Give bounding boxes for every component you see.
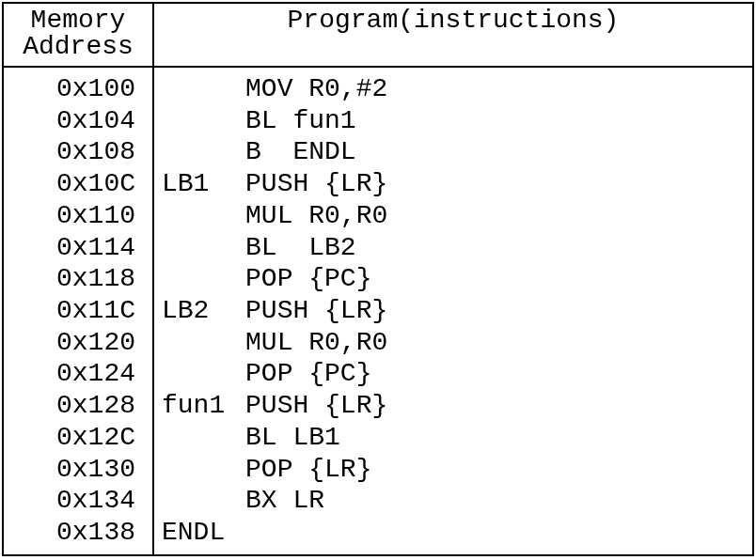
address-cell: 0x100: [4, 73, 135, 105]
address-cell: 0x134: [4, 486, 135, 518]
address-cell: 0x11C: [4, 295, 135, 327]
asm-instruction: PUSH {LR}: [245, 171, 387, 197]
asm-instruction: MOV R0,#2: [245, 76, 387, 102]
program-cell: BX LR: [162, 486, 752, 518]
asm-instruction: POP {LR}: [245, 457, 371, 483]
program-cell: BL fun1: [162, 105, 752, 137]
header-program-label: Program(instructions): [288, 8, 620, 34]
asm-instruction: BL LB2: [245, 235, 356, 261]
program-cell: MUL R0,R0: [162, 327, 752, 359]
program-cell: B ENDL: [162, 136, 752, 168]
address-cell: 0x104: [4, 105, 135, 137]
asm-label: LB2: [162, 298, 245, 324]
address-cell: 0x12C: [4, 422, 135, 454]
asm-instruction: B ENDL: [245, 139, 356, 165]
asm-instruction: POP {PC}: [245, 266, 371, 292]
asm-label: fun1: [162, 393, 245, 419]
program-cell: LB2PUSH {LR}: [162, 295, 752, 327]
program-cell: BL LB1: [162, 422, 752, 454]
program-cell: BL LB2: [162, 232, 752, 264]
program-cell: MUL R0,R0: [162, 200, 752, 232]
asm-instruction: MUL R0,R0: [245, 203, 387, 229]
header-memory-line2: Address: [23, 34, 134, 60]
address-cell: 0x110: [4, 200, 135, 232]
address-cell: 0x120: [4, 327, 135, 359]
program-cell: LB1PUSH {LR}: [162, 168, 752, 200]
address-cell: 0x128: [4, 390, 135, 422]
address-cell: 0x130: [4, 454, 135, 486]
header-memory-line1: Memory: [31, 8, 126, 34]
program-cell: ENDL: [162, 517, 752, 549]
address-cell: 0x124: [4, 359, 135, 391]
program-cell: fun1PUSH {LR}: [162, 390, 752, 422]
program-cell: POP {PC}: [162, 263, 752, 295]
asm-instruction: PUSH {LR}: [245, 298, 387, 324]
program-cell: POP {LR}: [162, 454, 752, 486]
asm-label: LB1: [162, 171, 245, 197]
address-cell: 0x118: [4, 263, 135, 295]
asm-instruction: POP {PC}: [245, 361, 371, 387]
address-cell: 0x138: [4, 517, 135, 549]
program-cell: POP {PC}: [162, 359, 752, 391]
asm-instruction: BL LB1: [245, 425, 340, 451]
memory-address-column: 0x1000x1040x1080x10C0x1100x1140x1180x11C…: [4, 68, 154, 554]
program-column: MOV R0,#2BL fun1B ENDLLB1PUSH {LR}MUL R0…: [154, 68, 752, 554]
address-cell: 0x10C: [4, 168, 135, 200]
asm-instruction: PUSH {LR}: [245, 393, 387, 419]
asm-instruction: BL fun1: [245, 108, 356, 134]
table-header-row: Memory Address Program(instructions): [4, 4, 752, 68]
asm-label: ENDL: [162, 520, 245, 546]
header-memory-address: Memory Address: [4, 4, 154, 66]
address-cell: 0x114: [4, 232, 135, 264]
program-cell: MOV R0,#2: [162, 73, 752, 105]
asm-instruction: BX LR: [245, 488, 324, 514]
address-cell: 0x108: [4, 136, 135, 168]
table-body: 0x1000x1040x1080x10C0x1100x1140x1180x11C…: [4, 68, 752, 554]
asm-instruction: MUL R0,R0: [245, 330, 387, 356]
asm-table: Memory Address Program(instructions) 0x1…: [2, 2, 754, 556]
header-program: Program(instructions): [154, 4, 752, 66]
